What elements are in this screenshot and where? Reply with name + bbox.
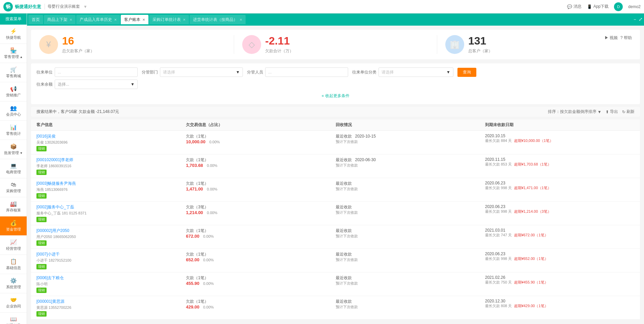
debt-info-cell: 欠款（1笔） 1,703.68 0.00% [186,157,335,168]
source-unit-input[interactable]: ... [55,67,138,77]
next-collection: 预计下次收款 [336,281,485,286]
recovery-cell: 最近收款 预计下次收款 [336,275,485,286]
logo-icon: 畅 [3,2,13,11]
customer-name[interactable]: [000002]用户2050 [36,228,186,234]
overdue-info: 最长欠款 750 天 超期¥455.90（1笔） [485,280,635,285]
user-name[interactable]: demo2 [628,4,641,9]
overdue-link[interactable]: 超期¥652.00（1笔） [514,257,548,261]
recovery-cell: 最近收款 2020-06-30 预计下次收款 [336,157,485,168]
export-btn[interactable]: ⬆ 导出 [606,109,618,115]
sidebar-item-retail-stats[interactable]: 📊 零售统计 [0,121,27,140]
sidebar-item-retail-mgmt[interactable]: 🏪 零售管理 ▲ [0,44,27,63]
tab-product-history[interactable]: 产成品入库单历史 ✕ [76,15,120,24]
tab-purchase-stats[interactable]: 采购订单统计表 ✕ [149,15,189,24]
refresh-btn[interactable]: ↻ 刷新 [622,109,635,115]
sidebar-item-purchase[interactable]: 🛍 采购管理 [0,178,27,197]
sidebar-item-enterprise[interactable]: 🤝 企业协同 [0,293,27,313]
debt-amount[interactable]: 455.90 [186,281,199,286]
app-download-btn[interactable]: 📱 App下载 [587,4,609,9]
overdue-link[interactable]: 超期¥10,000.00（1笔） [514,139,553,143]
tab-customer-account[interactable]: 客户账本 ✕ [121,15,148,24]
debt-percent: 0.00% [203,282,214,286]
retail-mgmt-label: 零售管理 [4,55,19,59]
tab-purchase-stats2-close[interactable]: ✕ [240,18,242,22]
overdue-link[interactable]: 超期¥1,471.00（1笔） [514,186,551,190]
debt-amount-row: 455.90 0.00% [186,281,335,286]
sidebar-item-quick-nav[interactable]: ⚡ 快捷导航 [0,25,27,44]
tab-minimize-btn[interactable]: － [633,17,637,23]
due-date: 2020.10.15 [485,134,635,138]
overdue-info: 最长欠款 808 天 超期¥429.00（1笔） [485,303,635,308]
tab-purchase-stats2[interactable]: 进货单统计表（按商品） ✕ [190,15,246,24]
ops-label: 经营管理 [6,246,21,251]
debt-amount-row: 672.00 0.00% [186,234,335,239]
sidebar-item-ecommerce[interactable]: 💻 电商管理 [0,159,27,178]
filter-source-unit: 往来单位 ... [36,67,138,77]
sidebar-item-system[interactable]: ⚙️ 系统管理 [0,274,27,293]
unit-category-input[interactable]: 请选择 ▼ [379,67,453,77]
collapse-btn[interactable]: « 收起更多条件 [36,92,635,100]
customer-name[interactable]: [0007]小进千 [36,252,186,257]
overdue-link[interactable]: 超期¥1,703.68（1笔） [514,162,551,166]
balance-input[interactable]: 选择... ▼ [55,80,138,89]
customer-name[interactable]: [0002]服务中心_丁磊 [36,204,186,210]
sort-btn[interactable]: 排序：按欠款金额倒序排序 ▼ [548,109,601,115]
debt-total-info: -2.11 欠款合计（万） [265,35,293,54]
sidebar-item-retail-mall[interactable]: 🛒 零售商城 [0,63,27,82]
warehouse-icon: 🏭 [1,201,25,207]
result-summary: 搜索结果中，客户16家 欠款金额 -21,148.07元 排序：按欠款金额倒序排… [31,107,640,117]
debt-customers-info: 16 总欠款客户（家） [62,35,94,54]
customer-name[interactable]: [000001]黄思源 [36,299,186,304]
debt-amount[interactable]: 652.00 [186,257,199,262]
tab-maximize-btn[interactable]: ⤢ [639,17,643,23]
user-avatar[interactable]: D [614,2,623,11]
overdue-link[interactable]: 超期¥429.00（1笔） [514,304,548,308]
sidebar-item-member[interactable]: 👥 会员中心 [0,101,27,121]
debt-amount[interactable]: 1,471.00 [186,186,203,192]
sidebar-item-finance[interactable]: 💰 资金管理 [0,216,27,236]
retail-mall-icon: 🛒 [1,66,25,73]
debt-amount[interactable]: 1,703.68 [186,163,203,168]
sidebar-item-marketing[interactable]: 📢 营销推广 [0,82,27,101]
sidebar-item-warehouse[interactable]: 🏭 库存核算 [0,197,27,216]
tab-goods-status-close[interactable]: ✕ [69,18,72,22]
debt-amount[interactable]: 672.00 [186,234,199,239]
overdue-link[interactable]: 超期¥1,214.00（3笔） [514,209,551,213]
marketing-label: 营销推广 [6,93,21,97]
customer-name[interactable]: [0001020001]李老师 [36,157,186,163]
tab-product-history-close[interactable]: ✕ [114,18,117,22]
app-label: App下载 [593,4,609,9]
tab-home[interactable]: 首页 [28,15,43,24]
system-nav-arrow[interactable]: ▼ [83,4,87,9]
customer-name[interactable]: [0006]去下粮仓 [36,275,186,281]
tab-bar-actions: － ⤢ [633,17,643,23]
sidebar-item-ops[interactable]: 📈 经营管理 [0,236,27,255]
tab-goods-status[interactable]: 商品上下架 ✕ [44,15,76,24]
overdue-link[interactable]: 超期¥455.90（1笔） [514,280,548,284]
debt-amount[interactable]: 1,214.00 [186,210,203,215]
debt-amount[interactable]: 10,000.00 [186,139,205,144]
overdue-days: 最长欠款 747 天 [485,233,513,237]
message-btn[interactable]: 💬 消息 [567,4,582,9]
debt-amount[interactable]: 429.00 [186,304,199,310]
manager-input[interactable]: ... [265,67,348,77]
sidebar-item-basic[interactable]: 📋 基础信息 [0,255,27,274]
help-btn[interactable]: ? 帮助 [620,35,632,41]
search-button[interactable]: 查询 [457,68,476,77]
tab-customer-account-close[interactable]: ✕ [142,18,145,22]
view-btn[interactable]: ▶ 视频 [605,35,618,41]
sidebar-item-wholesale[interactable]: 📦 批发管理 ▼ [0,140,27,159]
warehouse-label: 库存核算 [6,208,21,212]
refresh-icon: ↻ [622,110,625,114]
overdue-link[interactable]: 超期¥672.00（1笔） [514,233,548,237]
customer-tag: 现销 [36,170,47,175]
tab-purchase-stats-close[interactable]: ✕ [183,18,186,22]
customer-name[interactable]: [0016]吴俊 [36,134,186,139]
dept-input[interactable]: 请选择 ▼ [160,67,243,77]
next-collection: 预计下次收款 [336,257,485,262]
manager-label: 分管人员 [247,69,263,75]
sidebar-search-btn[interactable]: 搜索菜单 [0,13,27,25]
data-table: 客户信息 欠交易信息（占比） 回收情况 到期未收款日期 [0016]吴俊 吴俊 … [31,119,640,320]
sidebar-item-newbie[interactable]: 📖 新手引导 [0,313,27,324]
customer-name[interactable]: [0003]畅捷服务尹海燕 [36,181,186,186]
